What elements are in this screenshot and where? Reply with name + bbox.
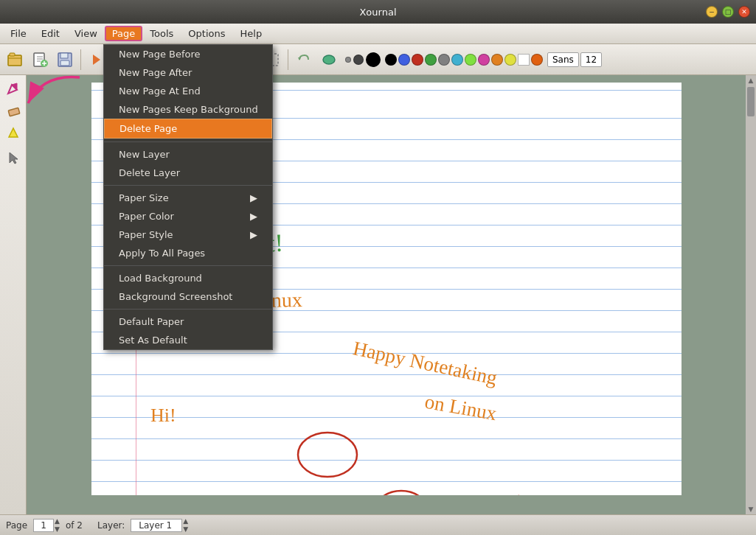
- scroll-up-button[interactable]: ▲: [746, 75, 756, 85]
- vertical-scrollbar[interactable]: ▲ ▼: [746, 75, 756, 514]
- menu-item-delete-page[interactable]: Delete Page: [104, 119, 272, 139]
- menu-item-background-screenshot[interactable]: Background Screenshot: [104, 287, 272, 306]
- menu-separator-3: [104, 265, 272, 266]
- menu-bar: File Edit View Page Tools Options Help: [0, 24, 756, 44]
- page-number-control[interactable]: 1 ▲ ▼: [33, 517, 60, 533]
- page-total: of 2: [66, 520, 83, 531]
- svg-text:on Linux: on Linux: [423, 391, 498, 425]
- menu-item-new-page-at-end[interactable]: New Page At End: [104, 82, 272, 100]
- color-orange[interactable]: [491, 54, 503, 66]
- menu-item-load-background[interactable]: Load Background: [104, 269, 272, 287]
- menu-item-default-paper[interactable]: Default Paper: [104, 312, 272, 331]
- highlight-tool[interactable]: [3, 122, 24, 143]
- toolbar-separator-1: [80, 49, 81, 70]
- menu-item-delete-layer[interactable]: Delete Layer: [104, 164, 272, 182]
- window-controls: − □ ✕: [706, 6, 750, 18]
- menu-item-paper-style[interactable]: Paper Style ▶: [104, 225, 272, 244]
- open-button[interactable]: [3, 48, 27, 71]
- font-name-input[interactable]: Sans: [547, 52, 579, 67]
- status-bar: Page 1 ▲ ▼ of 2 Layer: Layer 1 ▲ ▼: [0, 514, 756, 535]
- pen-size-small[interactable]: [345, 57, 351, 63]
- svg-rect-10: [60, 53, 68, 58]
- color-lime[interactable]: [465, 54, 476, 66]
- app-title: Xournal: [359, 7, 396, 18]
- title-bar: Xournal − □ ✕: [0, 0, 756, 24]
- menu-separator-1: [104, 141, 272, 142]
- page-spin-buttons[interactable]: ▲ ▼: [55, 517, 60, 533]
- page-spin-down[interactable]: ▼: [55, 525, 60, 533]
- menu-page[interactable]: Page: [105, 26, 142, 41]
- pen-tool[interactable]: [3, 78, 24, 99]
- save-button[interactable]: [53, 48, 77, 71]
- menu-item-new-page-after[interactable]: New Page After: [104, 63, 272, 82]
- pen-size-group: [345, 52, 381, 67]
- svg-text:Happy Notetaking: Happy Notetaking: [351, 337, 499, 389]
- paper-color-arrow: ▶: [250, 211, 257, 222]
- color-red[interactable]: [412, 54, 423, 66]
- menu-help[interactable]: Help: [233, 26, 270, 41]
- undo-button[interactable]: [292, 48, 316, 71]
- minimize-button[interactable]: −: [706, 6, 718, 18]
- menu-separator-2: [104, 185, 272, 186]
- new-button[interactable]: [28, 48, 52, 71]
- pen-size-large[interactable]: [366, 52, 381, 67]
- left-toolbar: [0, 75, 27, 514]
- cursor-tool[interactable]: [3, 147, 24, 168]
- eraser-button[interactable]: [317, 48, 341, 71]
- menu-view[interactable]: View: [67, 26, 105, 41]
- layer-spin-buttons[interactable]: ▲ ▼: [183, 517, 188, 533]
- layer-spin-up[interactable]: ▲: [183, 517, 188, 525]
- maximize-button[interactable]: □: [722, 6, 734, 18]
- svg-rect-1: [10, 53, 15, 56]
- svg-rect-0: [8, 55, 21, 66]
- page-label: Page: [6, 520, 27, 531]
- eraser-tool[interactable]: [3, 100, 24, 121]
- menu-tools[interactable]: Tools: [142, 26, 181, 41]
- svg-point-37: [298, 433, 357, 477]
- menu-edit[interactable]: Edit: [34, 26, 67, 41]
- color-pink[interactable]: [478, 54, 490, 66]
- close-button[interactable]: ✕: [738, 6, 750, 18]
- menu-item-paper-color[interactable]: Paper Color ▶: [104, 207, 272, 225]
- color-black[interactable]: [385, 54, 397, 66]
- menu-item-new-layer[interactable]: New Layer: [104, 145, 272, 164]
- menu-item-new-pages-keep-background[interactable]: New Pages Keep Background: [104, 100, 272, 119]
- font-selector: Sans 12: [547, 52, 602, 67]
- color-green[interactable]: [425, 54, 437, 66]
- color-yellow[interactable]: [504, 54, 516, 66]
- font-size-input[interactable]: 12: [580, 52, 602, 67]
- paper-size-arrow: ▶: [250, 192, 257, 203]
- svg-point-30: [323, 55, 335, 64]
- menu-item-new-page-before[interactable]: New Page Before: [104, 45, 272, 63]
- layer-label: Layer:: [97, 520, 125, 531]
- color-palette: [385, 54, 543, 66]
- menu-item-paper-size[interactable]: Paper Size ▶: [104, 189, 272, 207]
- scroll-track[interactable]: [746, 118, 756, 504]
- svg-marker-29: [298, 57, 301, 60]
- page-spin-up[interactable]: ▲: [55, 517, 60, 525]
- menu-options[interactable]: Options: [181, 26, 232, 41]
- color-cyan[interactable]: [451, 54, 463, 66]
- menu-file[interactable]: File: [3, 26, 34, 41]
- svg-point-40: [375, 491, 428, 495]
- page-dropdown-menu: New Page Before New Page After New Page …: [103, 44, 273, 350]
- scroll-thumb[interactable]: [747, 87, 755, 116]
- color-blue[interactable]: [398, 54, 410, 66]
- pen-size-medium[interactable]: [353, 55, 364, 65]
- paper-style-arrow: ▶: [250, 229, 257, 240]
- color-white[interactable]: [518, 54, 530, 66]
- scroll-down-button[interactable]: ▼: [746, 504, 756, 514]
- layer-name-control[interactable]: Layer 1 ▲ ▼: [131, 517, 188, 533]
- page-number-input[interactable]: 1: [33, 519, 54, 532]
- svg-marker-12: [93, 55, 100, 65]
- menu-separator-4: [104, 309, 272, 310]
- layer-spin-down[interactable]: ▼: [183, 525, 188, 533]
- svg-text:Hi!: Hi!: [150, 405, 176, 426]
- color-gray[interactable]: [438, 54, 450, 66]
- menu-item-apply-to-all-pages[interactable]: Apply To All Pages: [104, 244, 272, 262]
- layer-name-input[interactable]: Layer 1: [131, 519, 182, 532]
- svg-rect-31: [8, 108, 20, 116]
- color-darkorange[interactable]: [531, 54, 543, 66]
- toolbar-separator-2: [288, 49, 288, 70]
- menu-item-set-as-default[interactable]: Set As Default: [104, 331, 272, 349]
